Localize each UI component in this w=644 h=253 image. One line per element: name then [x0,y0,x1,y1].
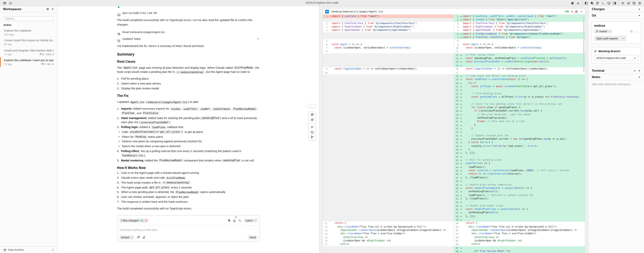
list-marker: 1. [117,76,121,81]
workspace-item[interactable]: Explore the codebase I want you to exp7h… [0,57,57,67]
archive-icon[interactable] [3,1,6,5]
files-changed-chip[interactable]: 2 files changed +61 -3 [119,218,148,222]
sign-out-icon[interactable] [9,1,12,5]
notes-section-header[interactable]: Notes [588,74,644,80]
workspace-item[interactable]: Explore the codebase35m ago [0,27,57,37]
line-number: 35 [454,134,460,138]
list-item-text: Polling effect: Set up a polling interva… [121,149,260,158]
play-icon[interactable] [310,125,314,128]
branch-dropdown[interactable]: master [594,29,612,34]
changes-section-header[interactable]: Changes [588,6,644,12]
git-branch-icon[interactable] [596,1,599,5]
add-workspace-icon[interactable] [51,8,54,10]
attach-icon[interactable] [137,236,140,239]
copy-icon[interactable] [310,118,314,121]
git-section-header[interactable]: Git [588,12,644,19]
diff-row: 1-import { useState } from "react";1+imp… [323,15,585,18]
pen-icon[interactable] [142,236,146,239]
latest-dropdown[interactable]: Latest [244,218,258,222]
line-number: 45 [454,169,460,172]
list-marker: 1. [117,106,121,115]
megaphone-icon[interactable] [627,1,630,5]
line-number: 65 [454,239,460,243]
diff-filler-line [323,18,454,22]
open-pull-request-button[interactable]: Open pull request [594,36,620,41]
wrap-icon[interactable] [310,113,314,116]
workspace-item[interactable]: Install and integrate Vibe Kanban Web C7… [0,47,57,57]
inline-code: Agent.tsx [122,66,138,69]
more-options-button[interactable]: ... [635,30,638,32]
layers-icon[interactable] [46,8,49,10]
panel-left-icon[interactable] [585,1,588,5]
search-input[interactable] [3,16,54,21]
help-icon[interactable] [632,1,636,5]
toolbar-drag-handle[interactable]: ⋯ [308,104,316,108]
diff-added-line: 39+ } [454,148,585,152]
diff-filler-line [323,197,454,201]
diff-sign: + [460,166,463,169]
notes-input[interactable]: Add notes about this workspace... [588,80,644,88]
expand-icon[interactable] [634,69,636,72]
chat-bubbles-icon[interactable] [590,1,594,5]
assistant-paragraph: I've implemented the fix. Here's a summa… [117,44,260,48]
collapse-file-icon[interactable] [580,10,583,13]
git-branch-icon[interactable] [310,136,314,139]
code-text: loadPlans(); [463,166,486,169]
chevron-down-icon[interactable] [256,37,260,40]
diff-sign: + [460,152,463,155]
workspace-item[interactable]: Create Good First Issues on Github So p6… [0,37,57,47]
sparkle-icon[interactable] [227,219,230,222]
gear-icon[interactable] [638,1,641,5]
wrap-toggle-icon[interactable] [575,10,578,13]
diff-added-line: 13+ const [pendingPlan, setPendingPlan] … [454,57,585,60]
diff-row: 23+ // Find pending plans [323,92,585,95]
pause-icon[interactable] [571,1,574,5]
monitor-icon[interactable] [607,1,610,5]
diff-context-line: 9 const toggleSidebar = () => setSidebar… [323,67,454,71]
panel-right-icon[interactable] [613,1,616,5]
line-number: 29 [454,113,460,116]
tool-call-row[interactable]: Updated Todos [117,37,260,40]
diff-added-line: 40+ }, []); [454,152,585,155]
repo-card: medusa master ↑ 1 ... Open pull request [592,22,641,44]
tool-call-row[interactable]: Read medusa/src/pages/Agent.tsx [117,30,260,34]
diff-sign: + [460,113,463,116]
section-heading: Summary [117,52,260,56]
diff-added-line: 2+import { invoke } from "@tauri-apps/ap… [454,18,585,22]
model-dropdown[interactable]: Default [119,235,134,240]
file-count: 2 [44,63,45,65]
pr-options-dropdown[interactable] [620,36,626,41]
terminal-prompt-icon[interactable] [602,1,605,5]
working-branch-card: Working Branch vk/3ccf-explore-the-code [592,47,641,64]
list-marker: 2. [117,116,121,124]
code-text: import { RightSidebar } from "@/componen… [332,25,414,29]
diff-sign: + [460,74,463,78]
diff-row: 3import { RightSidebar } from "@/compone… [323,25,585,29]
diff-row: 36+ previousPlanIdsRef.current = new Set… [323,138,585,141]
additions-count: +61 [139,219,144,222]
spinner-icon [238,219,242,222]
send-button[interactable]: Send [248,235,258,240]
code-text: return () => clearInterval(interval); [463,172,522,176]
working-branch-input[interactable]: vk/3ccf-explore-the-code [594,55,638,61]
list-item: 4.Polling effect: Set up a polling inter… [117,149,260,158]
diff-scrollbar[interactable] [583,16,584,72]
collapse-up-icon[interactable] [576,1,580,5]
menu-icon[interactable] [621,1,624,5]
monitor-icon[interactable] [310,130,314,134]
diff-added-line: 44+ loadPlans(); [454,166,585,169]
diff-sign: + [460,214,463,218]
todos-button[interactable] [233,217,236,224]
tool-call-row[interactable]: npm run build 2>&1 | tail -80 [117,11,260,15]
view-archive-button[interactable]: View Archive 0 [0,246,57,253]
message-input[interactable]: Continue working on this task... [117,226,259,234]
diff-added-line: 28+ if (!previousPlanIdsRef.current.has(… [454,110,585,113]
terminal-section-header[interactable]: Terminal [588,68,644,74]
edit-icon[interactable] [633,57,636,60]
diff-row: 12+ // Plan review state [323,53,585,57]
line-number: 42 [454,158,460,162]
diff-file-header[interactable]: TS /medusa/medusa/src/pages/Agent.tsx +5… [323,9,585,15]
line-number: 59 [454,218,460,222]
diff-filler-line [323,32,454,36]
diff-sign [328,29,332,32]
